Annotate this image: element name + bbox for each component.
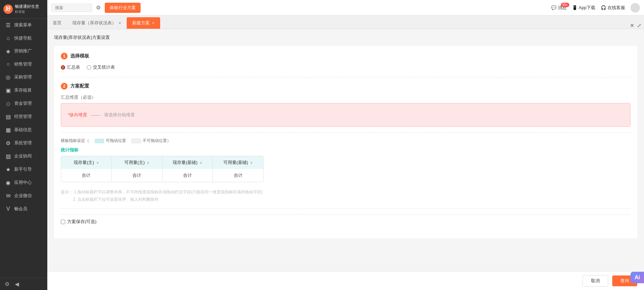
divider2 [61,132,630,132]
msg-button[interactable]: 💬 消息 99+ [551,5,567,11]
main-area: ⚙ 体验行业方案 💬 消息 99+ 📱 App下载 🎧 在线客服 首页 [47,0,644,290]
collapse-icon[interactable]: ◀ [15,281,19,287]
sidebar-item-label: 库存核算 [14,87,32,93]
sidebar-item-system[interactable]: ⚙ 系统管理 [0,137,47,150]
tab-inventory-close-icon[interactable]: ✕ [118,21,121,25]
sidebar-item-wechat[interactable]: ✉ 企业微信 [0,189,47,202]
sidebar-item-guide[interactable]: ★ 新手引导 [0,163,47,176]
logo-text-block: 畅捷通好生意 标准版 [15,4,39,14]
tab-inventory[interactable]: 现存量（库存状况表） ✕ [67,17,127,29]
topbar-gear-icon[interactable]: ⚙ [95,3,102,12]
app-name: 畅捷通好生意 [15,4,39,9]
config-section: 2 方案配置 汇总维度（必选） *纵向维度 —— 请选择分组维度 模板指标设定（ [61,83,630,225]
search-menu-icon: ☰ [5,22,11,28]
sidebar-item-marketing[interactable]: ◈ 营销推广 [0,45,47,58]
save-checkbox[interactable] [61,220,65,224]
sidebar-item-collab[interactable]: ▧ 企业协同 [0,150,47,163]
service-button[interactable]: 🎧 在线客服 [601,5,625,11]
radio-cross-input[interactable] [87,65,91,70]
sidebar: 好 畅捷通好生意 标准版 ☰ 搜索菜单 ⌂ 快捷导航 ◈ 营销推广 ○ 销售管理… [0,0,47,290]
dimension-placeholder: 请选择分组维度 [104,112,135,118]
sidebar-item-inventory[interactable]: ▣ 库存核算 [0,84,47,97]
sidebar-item-finance[interactable]: ◇ 资金管理 [0,97,47,110]
step1-badge: 1 [61,53,68,59]
sidebar-item-sales[interactable]: ○ 销售管理 [0,58,47,71]
metrics-legend: 模板指标设定（ 可拖动位置 不可拖动位置） [61,138,630,144]
stats-header-row: 现存量(主) ∨ 可用量(主) ∨ 现存量(基辅) ∨ [61,156,263,169]
stats-col-4-header[interactable]: 可用量(基辅) ∨ [213,156,263,169]
template-radio-group: 汇总表 交叉统计表 [61,64,630,70]
radio-summary[interactable]: 汇总表 [61,64,80,70]
service-label: 在线客服 [608,5,625,11]
content-area: 现存量(库存状况表)方案设置 1 选择模板 汇总表 交叉统计表 [47,29,644,271]
sidebar-item-member[interactable]: V 畅会员 [0,202,47,215]
sidebar-bottom: ⚙ ◀ [0,278,47,290]
step2-badge: 2 [61,83,68,90]
settings-icon[interactable]: ⚙ [5,281,9,287]
page-title: 现存量(库存状况表)方案设置 [54,34,637,41]
trial-btn[interactable]: 体验行业方案 [105,3,141,13]
sidebar-item-quicknav[interactable]: ⌂ 快捷导航 [0,32,47,45]
search-input[interactable] [51,4,92,12]
collab-icon: ▧ [5,153,11,160]
finance-icon: ◇ [5,100,11,107]
sidebar-item-label: 经营管理 [14,114,32,120]
legend-drag-item: 可拖动位置 [95,138,126,144]
cancel-button[interactable]: 取消 [583,275,608,287]
radio-summary-input[interactable] [61,65,65,70]
msg-icon: 💬 [551,5,556,10]
sidebar-item-label: 营销推广 [14,48,32,54]
home-icon: ⌂ [5,35,11,41]
topbar-left: ⚙ 体验行业方案 [51,3,548,13]
headset-icon: 🎧 [601,5,606,10]
legend-nodrag-label: 不可拖动位置） [143,138,171,144]
user-avatar[interactable] [630,3,640,13]
sidebar-item-label: 销售管理 [14,61,32,67]
app-edition: 标准版 [15,9,39,14]
save-label: 方案保存(可选) [67,219,97,225]
tab-close-window-icon[interactable]: ✕ [630,22,634,29]
stats-col-3-chevron[interactable]: ∨ [200,161,202,165]
legend-drag-label: 可拖动位置 [106,138,126,144]
tab-new-plan-close-icon[interactable]: ✕ [152,21,155,25]
divider3 [61,209,630,209]
stats-col-2-chevron[interactable]: ∨ [147,161,149,165]
basic-info-icon: ▦ [5,127,11,133]
tab-new-plan[interactable]: 新建方案 ✕ [127,17,160,29]
stats-col-3-header[interactable]: 现存量(基辅) ∨ [163,156,213,169]
config-section-title: 方案配置 [70,83,89,89]
app-download-button[interactable]: 📱 App下载 [572,5,595,11]
sidebar-item-app-center[interactable]: ◉ 应用中心 [0,176,47,189]
sidebar-item-search[interactable]: ☰ 搜索菜单 [0,19,47,32]
stats-col-1-header[interactable]: 现存量(主) ∨ [61,156,112,169]
stats-col-2-label: 可用量(主) [124,160,145,166]
tab-home-label: 首页 [53,20,61,26]
stats-col-1-chevron[interactable]: ∨ [96,161,99,165]
tab-expand-icon[interactable]: ⤢ [637,22,641,29]
sidebar-item-label: 资金管理 [14,100,32,106]
radio-cross[interactable]: 交叉统计表 [87,64,115,70]
stats-col-3-label: 现存量(基辅) [173,160,198,166]
stats-col-2-sub: 合计 [112,169,163,182]
app-logo: 好 畅捷通好生意 标准版 [0,0,47,19]
radio-cross-label: 交叉统计表 [93,64,115,70]
member-icon: V [5,206,11,212]
config-section-header: 2 方案配置 [61,83,630,90]
tab-home[interactable]: 首页 [47,17,67,29]
sales-icon: ○ [5,61,11,67]
ai-fab-button[interactable]: Ai [630,272,644,283]
sidebar-item-purchase[interactable]: ◎ 采购管理 [0,71,47,84]
tip1-text: 1.拖动标题栏可以调整布局，不可跨维度或指标区域拖动栏目字段(只能在同一维度或指… [74,190,263,194]
sidebar-item-basic-info[interactable]: ▦ 基础信息 [0,123,47,137]
stats-col-4-chevron[interactable]: ∨ [250,161,253,165]
topbar: ⚙ 体验行业方案 💬 消息 99+ 📱 App下载 🎧 在线客服 [47,0,644,16]
topbar-right: 💬 消息 99+ 📱 App下载 🎧 在线客服 [551,3,640,13]
template-section-header: 1 选择模板 [61,53,630,59]
sidebar-item-label: 新手引导 [14,166,32,172]
stats-col-2-header[interactable]: 可用量(主) ∨ [112,156,163,169]
legend-drag-icon [95,139,104,143]
metrics-config: 模板指标设定（ 可拖动位置 不可拖动位置） 统计指标 [61,138,630,183]
guide-icon: ★ [5,166,11,173]
sidebar-item-management[interactable]: ▤ 经营管理 [0,110,47,123]
logo-icon: 好 [3,4,13,14]
